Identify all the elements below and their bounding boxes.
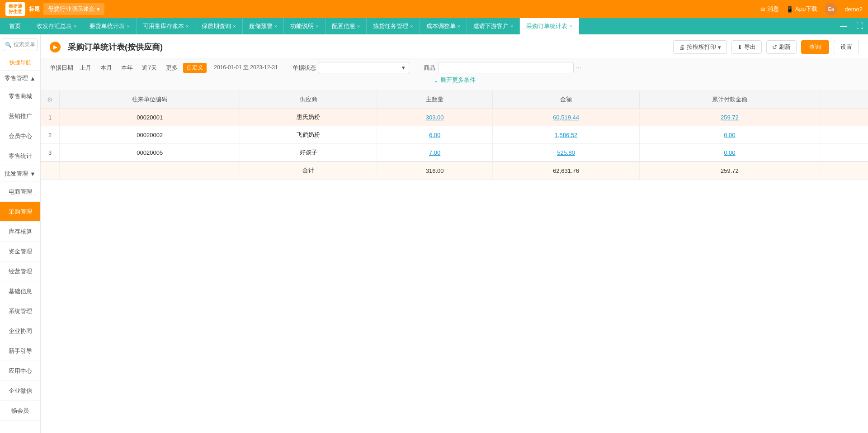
message-btn[interactable]: ✉ 消息 xyxy=(760,5,779,13)
expand-more-btn[interactable]: ⌄ 展开更多条件 xyxy=(434,76,476,84)
wholesale-label: 批发管理 xyxy=(5,170,28,178)
date-custom-label[interactable]: 自定义 xyxy=(183,63,207,73)
tab-yaoqing[interactable]: 邀请下游客户 × xyxy=(467,18,520,34)
close-icon[interactable]: × xyxy=(127,24,129,29)
td-code: 00020005 xyxy=(60,144,240,162)
td-num: 2 xyxy=(41,126,60,144)
close-icon[interactable]: × xyxy=(186,24,189,29)
print-label: 按模板打印 xyxy=(687,43,716,51)
td-extra xyxy=(820,109,868,126)
refresh-label: 刷新 xyxy=(779,43,791,51)
inventory-label: 库存核算 xyxy=(9,228,32,236)
chevron-down-icon: ▲ xyxy=(30,75,36,82)
close-icon[interactable]: × xyxy=(458,24,460,29)
tab-gongneng[interactable]: 功能说明 × xyxy=(284,18,325,34)
td-quantity: 303.00 xyxy=(377,109,493,126)
sidebar-item-app-center[interactable]: 应用中心 xyxy=(0,361,40,381)
close-icon[interactable]: × xyxy=(233,24,236,29)
tab-caigou-active[interactable]: 采购订单统计表 × xyxy=(520,18,579,34)
tab-peizhi[interactable]: 配置信息 × xyxy=(326,18,367,34)
sidebar-item-marketing[interactable]: 营销推广 xyxy=(0,106,40,126)
date-btn-more[interactable]: 更多 xyxy=(162,63,181,73)
sidebar-item-finance[interactable]: 资金管理 xyxy=(0,242,40,262)
maximize-btn[interactable]: ⛶ xyxy=(852,18,868,34)
close-icon[interactable]: × xyxy=(357,24,360,29)
export-btn[interactable]: ⬇ 导出 xyxy=(731,40,762,54)
status-select[interactable]: ▾ xyxy=(319,62,409,73)
date-range-display: 2016-01-01 至 2023-12-31 xyxy=(214,64,278,71)
tab-yaohuo[interactable]: 要货单统计表 × xyxy=(83,18,136,34)
search-menu-btn[interactable]: 🔍 搜索菜单 xyxy=(3,38,38,51)
close-icon[interactable]: × xyxy=(569,24,572,29)
tab-chengben[interactable]: 成本调整单 × xyxy=(420,18,467,34)
th-extra xyxy=(820,91,868,109)
column-settings-icon[interactable]: ⚙ xyxy=(47,96,53,103)
wechat-label: 企业微信 xyxy=(9,387,32,395)
tab-label: 采购订单统计表 xyxy=(526,22,567,30)
sidebar-item-basic[interactable]: 基础信息 xyxy=(0,281,40,301)
date-btn-7days[interactable]: 近7天 xyxy=(138,63,160,73)
retail-shop-label: 零售商城 xyxy=(9,92,32,100)
tab-label: 配置信息 xyxy=(332,22,355,30)
top-bar: 畅捷通好生意 标题 母婴行业演示账套 ▾ ✉ 消息 📱 App下载 Ea dem… xyxy=(0,0,868,18)
close-icon[interactable]: × xyxy=(274,24,277,29)
sidebar-item-system[interactable]: 系统管理 xyxy=(0,301,40,321)
td-code: 00020002 xyxy=(60,126,240,144)
minimize-btn[interactable]: — xyxy=(835,18,852,34)
header-actions: 🖨 按模板打印 ▾ ⬇ 导出 ↺ 刷新 查询 设置 xyxy=(673,40,859,54)
table-row: 1 00020001 惠氏奶粉 303.00 60,519.44 259.72 xyxy=(41,109,868,126)
settings-btn[interactable]: 设置 xyxy=(834,40,859,54)
date-btn-this-month[interactable]: 本月 xyxy=(97,63,116,73)
td-num: 1 xyxy=(41,109,60,126)
sidebar-item-purchase[interactable]: 采购管理 xyxy=(0,202,40,222)
tab-chaochuyujing[interactable]: 超储预警 × xyxy=(243,18,284,34)
close-icon[interactable]: × xyxy=(410,24,413,29)
avatar[interactable]: Ea xyxy=(825,3,837,15)
close-icon[interactable]: × xyxy=(316,24,318,29)
date-shortcuts: 上月 本月 本年 近7天 更多 自定义 xyxy=(76,63,207,73)
goods-input[interactable] xyxy=(438,62,574,73)
refresh-btn[interactable]: ↺ 刷新 xyxy=(766,40,797,54)
tfoot-empty xyxy=(41,162,60,180)
workspace-selector[interactable]: 母婴行业演示账套 ▾ xyxy=(43,3,104,15)
tab-keyongliang[interactable]: 可用量库存账本 × xyxy=(137,18,195,34)
export-icon: ⬇ xyxy=(737,44,742,51)
sidebar-item-wechat[interactable]: 企业微信 xyxy=(0,381,40,401)
sidebar-item-retail-shop[interactable]: 零售商城 xyxy=(0,86,40,106)
close-icon[interactable]: × xyxy=(510,24,513,29)
th-paid: 累计付款金额 xyxy=(639,91,820,109)
toggle-sidebar-btn[interactable]: ▶ xyxy=(50,42,61,52)
sidebar-item-ecommerce[interactable]: 电商管理 xyxy=(0,182,40,202)
member2-label: 畅会员 xyxy=(11,407,29,415)
retail-mgmt-label: 零售管理 xyxy=(5,74,28,82)
tfoot-extra xyxy=(820,162,868,180)
sidebar-item-inventory[interactable]: 库存核算 xyxy=(0,222,40,242)
sidebar-item-enterprise[interactable]: 企业协同 xyxy=(0,321,40,341)
date-btn-last-month[interactable]: 上月 xyxy=(76,63,95,73)
app-download-btn[interactable]: 📱 App下载 xyxy=(786,5,817,13)
sidebar-item-operation[interactable]: 经营管理 xyxy=(0,262,40,281)
date-btn-this-year[interactable]: 本年 xyxy=(118,63,137,73)
tab-baozhi[interactable]: 保质期查询 × xyxy=(195,18,242,34)
sidebar-item-retail-mgmt[interactable]: 零售管理 ▲ xyxy=(0,71,40,86)
tab-home[interactable]: 首页 xyxy=(0,18,30,34)
ecommerce-label: 电商管理 xyxy=(9,188,32,196)
close-icon[interactable]: × xyxy=(74,24,76,29)
content-area: ▶ 采购订单统计表(按供应商) 🖨 按模板打印 ▾ ⬇ 导出 ↺ 刷新 查询 xyxy=(41,34,868,433)
query-btn[interactable]: 查询 xyxy=(801,40,829,54)
quick-nav-btn[interactable]: 快捷导航 xyxy=(9,59,31,67)
user-name: demo2 xyxy=(844,6,863,13)
sidebar-item-guide[interactable]: 新手引导 xyxy=(0,341,40,361)
status-label: 单据状态 xyxy=(292,64,316,72)
tab-shoufacun[interactable]: 收发存汇总表 × xyxy=(30,18,83,34)
status-filter: 单据状态 ▾ xyxy=(292,62,409,73)
tab-jianhuo[interactable]: 拣货任务管理 × xyxy=(367,18,420,34)
table-row: 3 00020005 好孩子 7.00 525.80 0.00 xyxy=(41,144,868,162)
sidebar-item-retail-stats[interactable]: 零售统计 xyxy=(0,146,40,166)
print-btn[interactable]: 🖨 按模板打印 ▾ xyxy=(673,40,727,54)
more-icon[interactable]: ··· xyxy=(576,64,581,72)
tfoot-quantity: 316.00 xyxy=(377,162,493,180)
sidebar-item-member[interactable]: 会员中心 xyxy=(0,126,40,146)
sidebar-item-member2[interactable]: 畅会员 xyxy=(0,401,40,421)
sidebar-item-wholesale[interactable]: 批发管理 ▼ xyxy=(0,166,40,182)
